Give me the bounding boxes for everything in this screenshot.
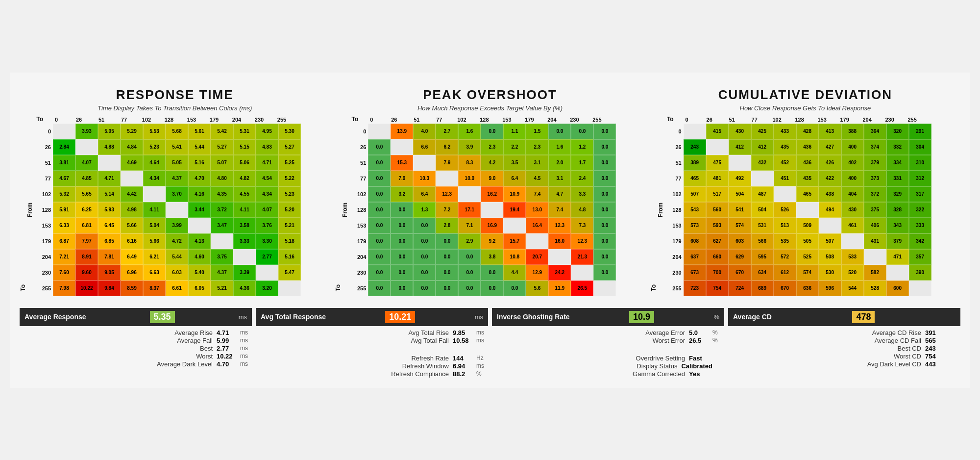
po-fall-unit: ms bbox=[476, 337, 488, 344]
cd-dark-row: Avg Dark Level CD 443 bbox=[728, 360, 960, 368]
matrix-cell: 7.9 bbox=[436, 155, 458, 171]
matrix-cell: 5.53 bbox=[143, 124, 166, 139]
matrix-cell: 0.0 bbox=[368, 218, 391, 233]
matrix-cell: 5.42 bbox=[211, 124, 233, 139]
matrix-cell: 492 bbox=[729, 171, 751, 186]
matrix-cell: 531 bbox=[751, 218, 774, 233]
matrix-cell: 596 bbox=[819, 281, 841, 296]
matrix-cell: 3.2 bbox=[391, 186, 413, 202]
row-header: 230 bbox=[349, 270, 368, 276]
rt-dark-row: Average Dark Level 4.70 ms bbox=[20, 360, 252, 368]
matrix-cell: 6.63 bbox=[143, 265, 166, 281]
matrix-cell bbox=[751, 171, 774, 186]
peak-overshoot-block: PEAK OVERSHOOT How Much Response Exceeds… bbox=[335, 87, 645, 296]
matrix-cell: 328 bbox=[886, 202, 909, 218]
cd-fall-unit bbox=[949, 337, 960, 344]
matrix-cell: 4.71 bbox=[98, 171, 121, 186]
rt-rise-value: 4.71 bbox=[217, 329, 240, 336]
matrix-cell bbox=[211, 233, 233, 249]
rt-best-row: Best 2.77 ms bbox=[20, 345, 252, 352]
matrix-cell: 0.0 bbox=[391, 202, 413, 218]
matrix-cell: 574 bbox=[729, 218, 751, 233]
table-row: 179608627603566535505507431379342 bbox=[665, 233, 931, 249]
peak-overshoot-title: PEAK OVERSHOOT bbox=[335, 87, 645, 102]
col-header: 179 bbox=[203, 117, 225, 123]
po-rw-label: Refresh Window bbox=[256, 362, 453, 370]
matrix-cell: 5.14 bbox=[98, 186, 121, 202]
matrix-cell bbox=[481, 202, 503, 218]
ig-od-label: Overdrive Setting bbox=[492, 355, 689, 362]
matrix-cell: 723 bbox=[684, 281, 706, 296]
matrix-cell bbox=[819, 218, 841, 233]
row-header: 153 bbox=[665, 223, 684, 229]
col-header: 153 bbox=[495, 117, 518, 123]
matrix-cell: 5.22 bbox=[278, 171, 301, 186]
matrix-grid: 0415430425433428413388364320291262434124… bbox=[665, 124, 931, 296]
matrix-cell bbox=[909, 281, 931, 296]
matrix-cell bbox=[166, 202, 188, 218]
matrix-cell: 425 bbox=[751, 124, 774, 139]
po-rise-unit: ms bbox=[476, 329, 488, 336]
matrix-cell: 6.96 bbox=[121, 265, 143, 281]
matrix-cell: 6.05 bbox=[188, 281, 211, 296]
cd-fall-value: 565 bbox=[925, 337, 949, 344]
matrix-cell: 1.3 bbox=[413, 202, 436, 218]
rt-avg-value: 5.35 bbox=[150, 311, 175, 323]
cd-rise-value: 391 bbox=[925, 329, 949, 336]
po-avg-label: Avg Total Response bbox=[261, 313, 326, 321]
row-header: 204 bbox=[665, 254, 684, 260]
ig-gc-unit bbox=[712, 370, 724, 378]
matrix-cell: 0.0 bbox=[458, 265, 481, 281]
col-header: 77 bbox=[113, 117, 135, 123]
matrix-cell: 402 bbox=[841, 155, 864, 171]
matrix-cell: 629 bbox=[729, 249, 751, 265]
row-header: 204 bbox=[349, 254, 368, 260]
matrix-cell bbox=[436, 171, 458, 186]
ig-ds-row: Display Status Calibrated bbox=[492, 362, 724, 370]
matrix-cell bbox=[796, 202, 819, 218]
ig-stats: Inverse Ghosting Rate 10.9 % Average Err… bbox=[492, 308, 724, 378]
bottom-section: Average Response 5.35 ms Average Rise 4.… bbox=[20, 308, 960, 378]
cd-rise-row: Average CD Rise 391 bbox=[728, 329, 960, 336]
cd-worst-value: 754 bbox=[925, 353, 949, 360]
matrix-cell: 7.97 bbox=[75, 233, 98, 249]
matrix-cell: 10.22 bbox=[75, 281, 98, 296]
col-header: 0 bbox=[360, 117, 383, 123]
matrix-cell: 7.98 bbox=[53, 281, 75, 296]
matrix-cell: 6.87 bbox=[53, 233, 75, 249]
matrix-cell: 4.13 bbox=[188, 233, 211, 249]
row-header: 128 bbox=[34, 207, 53, 213]
to-label-cd: To bbox=[650, 284, 657, 291]
po-avg-value: 10.21 bbox=[385, 311, 415, 323]
matrix-cell: 6.16 bbox=[121, 233, 143, 249]
rt-fall-unit: ms bbox=[240, 337, 252, 344]
matrix-cell: 2.0 bbox=[548, 155, 571, 171]
rt-worst-label: Worst bbox=[20, 353, 217, 360]
matrix-cell: 6.81 bbox=[75, 218, 98, 233]
matrix-cell: 432 bbox=[751, 155, 774, 171]
matrix-cell: 13.0 bbox=[526, 202, 548, 218]
cd-best-unit bbox=[949, 345, 960, 352]
matrix-cell: 427 bbox=[819, 139, 841, 155]
col-header: 128 bbox=[473, 117, 495, 123]
matrix-cell: 4.64 bbox=[143, 155, 166, 171]
matrix-cell: 3.99 bbox=[166, 218, 188, 233]
matrix-cell: 5.16 bbox=[188, 155, 211, 171]
table-row: 1796.877.976.856.165.664.724.133.333.305… bbox=[34, 233, 301, 249]
matrix-cell: 375 bbox=[864, 202, 886, 218]
to-header-row: To0265177102128153179204230255 bbox=[26, 116, 330, 123]
matrix-cell: 3.8 bbox=[481, 249, 503, 265]
cumulative-deviation-block: CUMULATIVE DEVIATION How Close Response … bbox=[650, 87, 960, 296]
matrix-cell: 507 bbox=[819, 233, 841, 249]
matrix-cell: 430 bbox=[729, 124, 751, 139]
matrix-cell: 6.2 bbox=[436, 139, 458, 155]
matrix-cell: 4.54 bbox=[256, 171, 278, 186]
row-header: 77 bbox=[34, 176, 53, 181]
matrix-cell: 3.76 bbox=[256, 218, 278, 233]
matrix-cell: 3.39 bbox=[233, 265, 256, 281]
matrix-cell: 0.0 bbox=[436, 233, 458, 249]
matrix-cell: 0.0 bbox=[368, 155, 391, 171]
row-header: 0 bbox=[349, 128, 368, 134]
ig-rate-label: Inverse Ghosting Rate bbox=[497, 313, 570, 321]
matrix-cell: 7.81 bbox=[98, 249, 121, 265]
